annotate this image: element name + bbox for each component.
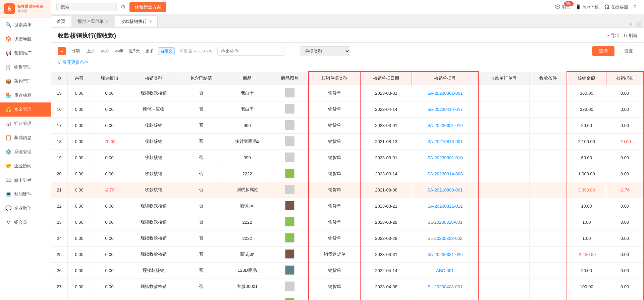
bill-no-link[interactable]: SA-20230414-017 xyxy=(427,107,463,112)
book-icon: 📖 xyxy=(5,177,11,183)
date-this-month[interactable]: 本月 xyxy=(99,47,111,55)
sidebar-item-basic[interactable]: 📋 基础信息 xyxy=(0,131,51,145)
bill-no-link[interactable]: SA-20210808-001 xyxy=(427,187,463,192)
sidebar-item-finance[interactable]: 💰 资金管理 xyxy=(0,102,51,117)
cell-bill-no[interactable]: SA-20230321-012 xyxy=(412,198,478,214)
col-write-off-discount: 核销折扣 xyxy=(606,72,644,85)
maximize-icon[interactable]: ⬜ xyxy=(636,22,641,27)
bill-no-link[interactable]: ABC-001 xyxy=(436,268,454,273)
sidebar-item-corp[interactable]: 🤝 企业协同 xyxy=(0,159,51,173)
cell-num: 23 xyxy=(51,214,68,230)
cell-bill-no[interactable]: SL-20230418-001 xyxy=(412,295,478,300)
cell-product: 衣服00001 xyxy=(223,278,271,295)
cell-receipt-cond xyxy=(530,166,567,182)
sidebar-item-hardware[interactable]: 💻 智能硬件 xyxy=(0,187,51,201)
cell-product: 多计量商品2 xyxy=(223,133,271,149)
bill-no-link[interactable]: SL-20230328-001 xyxy=(428,220,463,225)
app-label: App下载 xyxy=(582,4,599,10)
cell-bill-no[interactable]: ABC-001 xyxy=(412,262,478,278)
date-custom-btn[interactable]: 自定义 xyxy=(158,47,175,55)
table-row: 28 0.00 0.00 现续收款核销 否 2222 销货单 2023-04-1… xyxy=(51,295,644,300)
sidebar-item-label: 系统管理 xyxy=(14,149,32,155)
cell-bill-no[interactable]: SA-20230314-008 xyxy=(412,166,478,182)
cell-bill-no[interactable]: SL-20230408-001 xyxy=(412,278,478,295)
cell-include-settled: 否 xyxy=(179,246,223,262)
cell-bill-no[interactable]: SA-20230301-001 xyxy=(412,85,478,101)
search-input[interactable] xyxy=(56,3,117,11)
bill-no-link[interactable]: SA-20230314-008 xyxy=(427,171,463,176)
cell-bill-no[interactable]: SL-20230328-002 xyxy=(412,230,478,246)
cell-receipt-order xyxy=(478,262,530,278)
cell-bill-date: 2023-03-31 xyxy=(360,246,412,262)
tab-prepay-close[interactable]: ✕ xyxy=(106,19,109,24)
close-window-icon[interactable]: ✕ xyxy=(629,22,633,27)
tab-prepay[interactable]: 预付冲应付单 ✕ xyxy=(72,15,114,27)
cell-num: 16 xyxy=(51,101,68,117)
date-options: 上月 本月 本年 近7天 更多 自定义 xyxy=(85,47,175,55)
sidebar-item-marketing[interactable]: 📢 营销推广 xyxy=(0,46,51,60)
cell-write-off-discount: 0.00 xyxy=(606,198,644,214)
sidebar-item-sales[interactable]: 🛒 销售管理 xyxy=(0,60,51,74)
cell-cash-discount: 0.00 xyxy=(91,117,128,133)
cell-bill-no[interactable]: SA-20230301-010 xyxy=(412,149,478,166)
bill-no-link[interactable]: SA-20230321-012 xyxy=(427,204,463,209)
sidebar-item-label: 销售管理 xyxy=(14,64,32,70)
date-more[interactable]: 更多 xyxy=(144,47,155,55)
message-area[interactable]: 💬 消息 99+ xyxy=(555,4,570,10)
logo-sub: 标准版 xyxy=(17,9,43,13)
date-last-month[interactable]: 上月 xyxy=(85,47,97,55)
sidebar-item-member[interactable]: V 畅会员 xyxy=(0,215,51,229)
table-wrapper[interactable]: ⚙ 余额 现金折扣 核销类型 包含已结清 商品 商品图片 核销单据类型 核销单据… xyxy=(51,71,644,300)
online-service[interactable]: 🎧 在线客服 xyxy=(604,4,628,10)
gear-icon[interactable]: ⚙ xyxy=(121,4,125,10)
date-this-year[interactable]: 本年 xyxy=(113,47,125,55)
app-download[interactable]: 📱 App下载 xyxy=(576,4,599,10)
tab-collection[interactable]: 收款核销执行 ✕ xyxy=(115,15,158,27)
table-row: 19 0.00 0.00 收款核销 否 999 销货单 2023-03-01 S… xyxy=(51,149,644,166)
sidebar-item-business[interactable]: 📊 经营管理 xyxy=(0,117,51,131)
bill-no-link[interactable]: SA-20230301-010 xyxy=(427,155,463,160)
bill-no-link[interactable]: SA-20230331-026 xyxy=(427,252,463,257)
bill-no-link[interactable]: SL-20230408-001 xyxy=(428,284,463,289)
bill-no-link[interactable]: SL-20230328-002 xyxy=(428,236,463,241)
cell-product: 老白干 xyxy=(223,101,271,117)
sidebar-item-search[interactable]: 🔍 搜索菜单 xyxy=(0,18,51,32)
tab-collection-close[interactable]: ✕ xyxy=(149,19,152,24)
user-label[interactable]: Rit xyxy=(634,5,639,9)
sidebar-item-guide[interactable]: 📖 新手引导 xyxy=(0,173,51,187)
export-button[interactable]: ↗ 导出 xyxy=(606,33,620,39)
expand-more-filters[interactable]: ∨ 展开更多条件 xyxy=(58,57,637,68)
setting-button[interactable]: 设置 xyxy=(620,46,637,56)
sidebar-item-quick-nav[interactable]: 🏠 快捷导航 xyxy=(0,32,51,46)
sidebar-item-system[interactable]: ⚙️ 系统管理 xyxy=(0,145,51,159)
query-button[interactable]: 查询 xyxy=(592,46,614,56)
sidebar-item-inventory[interactable]: 🏪 库存核算 xyxy=(0,88,51,102)
cell-product: 2222 xyxy=(223,295,271,300)
cell-bill-no[interactable]: SA-20230414-017 xyxy=(412,101,478,117)
cell-bill-no[interactable]: SA-20210808-001 xyxy=(412,182,478,198)
industry-button[interactable]: 休验行业方案 xyxy=(129,2,166,12)
cell-bill-no[interactable]: SA-20230301-010 xyxy=(412,117,478,133)
filter-expand-arrow[interactable]: » xyxy=(58,47,66,55)
cell-write-off-type: 收款核销 xyxy=(128,166,179,182)
bill-no-link[interactable]: SA-20230301-010 xyxy=(427,123,463,128)
partner-input[interactable] xyxy=(217,47,284,56)
cell-bill-no[interactable]: SA-20230331-026 xyxy=(412,246,478,262)
tab-home[interactable]: 首页 xyxy=(51,15,71,27)
bill-no-link[interactable]: SA-20210813-001 xyxy=(427,139,463,144)
bill-type-select[interactable]: 单据类型 xyxy=(300,46,350,56)
date-7days[interactable]: 近7天 xyxy=(127,47,141,55)
cell-balance: 0.00 xyxy=(68,262,91,278)
cell-write-off-type: 预付冲应收 xyxy=(128,101,179,117)
bill-no-link[interactable]: SA-20230301-001 xyxy=(427,91,463,96)
cell-receipt-cond xyxy=(530,117,567,133)
cell-bill-no[interactable]: SL-20230328-001 xyxy=(412,214,478,230)
sidebar-item-purchase[interactable]: 📦 采购管理 xyxy=(0,74,51,88)
service-icon: 🎧 xyxy=(604,4,609,9)
refresh-button[interactable]: ↻ 刷新 xyxy=(624,33,637,39)
sidebar-item-wechat[interactable]: 💬 企业微信 xyxy=(0,201,51,215)
cell-bill-no[interactable]: SA-20210813-001 xyxy=(412,133,478,149)
cell-bill-type: 销货单 xyxy=(309,295,360,300)
sidebar-item-label: 采购管理 xyxy=(14,78,32,84)
partner-more-icon[interactable]: ··· xyxy=(290,48,294,54)
